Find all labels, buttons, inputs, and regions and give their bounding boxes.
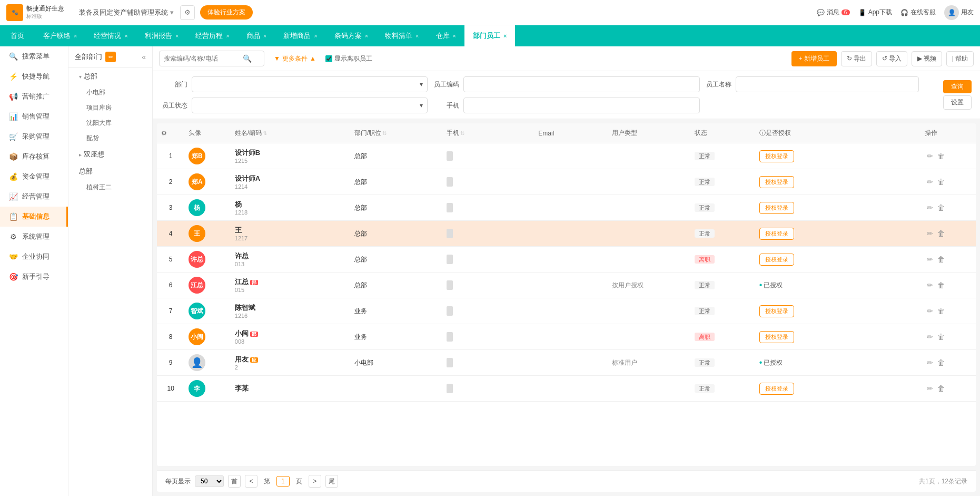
auth-button[interactable]: 授权登录 xyxy=(759,202,794,214)
col-phone[interactable]: 手机 xyxy=(442,123,534,143)
sidebar-item-marketing[interactable]: 📢 营销推广 xyxy=(0,86,68,106)
delete-button[interactable]: 🗑 xyxy=(935,383,947,394)
employee-name-input[interactable] xyxy=(736,76,919,92)
row-auth[interactable]: 授权登录 xyxy=(755,169,866,195)
status-select[interactable]: ▾ xyxy=(192,98,428,113)
app-download-item[interactable]: 📱 App下载 xyxy=(858,8,892,17)
delete-button[interactable]: 🗑 xyxy=(935,151,947,161)
nav-tab-kehu[interactable]: 客户联络 × xyxy=(35,25,85,46)
sidebar-item-inventory[interactable]: 📦 库存核算 xyxy=(0,147,68,167)
edit-button[interactable]: ✏ xyxy=(925,357,935,368)
export-button[interactable]: ↻ 导出 xyxy=(841,51,872,66)
col-dept[interactable]: 部门/职位 xyxy=(350,123,442,143)
dept-node-zongbu[interactable]: ▾ 总部 xyxy=(68,68,152,85)
edit-button[interactable]: ✏ xyxy=(925,228,935,239)
message-item[interactable]: 💬 消息 6 xyxy=(817,8,850,17)
sidebar-item-guide[interactable]: 🎯 新手引导 xyxy=(0,267,68,287)
row-auth[interactable]: 授权登录 xyxy=(755,324,866,350)
delete-button[interactable]: 🗑 xyxy=(935,254,947,265)
sidebar-item-basic[interactable]: 📋 基础信息 xyxy=(0,207,68,227)
close-icon[interactable]: × xyxy=(365,33,368,39)
add-employee-button[interactable]: + 新增员工 xyxy=(791,51,837,66)
filter-more-button[interactable]: ▼ 更多条件 ▲ xyxy=(270,52,320,65)
show-resigned-checkbox[interactable]: 显示离职员工 xyxy=(325,54,372,63)
sidebar-item-finance[interactable]: 💰 资金管理 xyxy=(0,167,68,187)
nav-tab-tiaoma[interactable]: 条码方案 × xyxy=(326,25,377,46)
close-icon[interactable]: × xyxy=(263,33,266,39)
delete-button[interactable]: 🗑 xyxy=(935,306,947,316)
close-icon[interactable]: × xyxy=(124,33,127,39)
nav-tab-xinzengshangpin[interactable]: 新增商品 × xyxy=(275,25,325,46)
dept-leaf-shenyang[interactable]: 沈阳大库 xyxy=(68,115,152,131)
edit-button[interactable]: ✏ xyxy=(925,151,935,161)
row-auth[interactable]: 授权登录 xyxy=(755,376,866,402)
dept-leaf-peihuo[interactable]: 配货 xyxy=(68,131,152,146)
sidebar-item-collab[interactable]: 🤝 企业协同 xyxy=(0,247,68,267)
dept-select[interactable]: ▾ xyxy=(192,76,428,92)
row-auth[interactable]: 授权登录 xyxy=(755,298,866,324)
sidebar-item-search[interactable]: 🔍 搜索菜单 xyxy=(0,46,68,66)
close-icon[interactable]: × xyxy=(74,33,77,39)
settings-icon[interactable]: ⚙ xyxy=(180,5,195,20)
trial-button[interactable]: 体验行业方案 xyxy=(200,5,253,20)
col-name[interactable]: 姓名/编码 xyxy=(231,123,350,143)
last-page-button[interactable]: 尾 xyxy=(325,475,338,488)
col-settings[interactable]: ⚙ xyxy=(157,123,184,143)
delete-button[interactable]: 🗑 xyxy=(935,332,947,342)
sidebar-item-purchase[interactable]: 🛒 采购管理 xyxy=(0,127,68,147)
auth-button[interactable]: 授权登录 xyxy=(759,331,794,343)
row-auth[interactable]: 授权登录 xyxy=(755,221,866,247)
row-auth[interactable]: 授权登录 xyxy=(755,143,866,169)
sidebar-item-operation[interactable]: 📈 经营管理 xyxy=(0,187,68,207)
nav-tab-wuliao[interactable]: 物料清单 × xyxy=(377,25,427,46)
user-item[interactable]: 👤 用友 xyxy=(944,5,974,20)
nav-tab-cangku[interactable]: 仓库 × xyxy=(428,25,464,46)
edit-button[interactable]: ✏ xyxy=(925,280,935,290)
reset-button[interactable]: 设置 xyxy=(943,95,972,110)
page-size-select[interactable]: 50 100 200 xyxy=(195,475,224,487)
close-icon[interactable]: × xyxy=(175,33,179,39)
edit-button[interactable]: ✏ xyxy=(925,332,935,342)
dept-node-zongbu2[interactable]: 总部 xyxy=(68,163,152,180)
delete-button[interactable]: 🗑 xyxy=(935,177,947,187)
employee-code-input[interactable] xyxy=(463,76,699,92)
nav-tab-jingying[interactable]: 经营情况 × xyxy=(85,25,136,46)
prev-page-button[interactable]: < xyxy=(245,475,258,488)
auth-button[interactable]: 授权登录 xyxy=(759,228,794,240)
auth-button[interactable]: 授权登录 xyxy=(759,305,794,317)
dept-leaf-xiangmu[interactable]: 项目库房 xyxy=(68,100,152,115)
sidebar-item-sales[interactable]: 📊 销售管理 xyxy=(0,106,68,127)
row-auth[interactable]: 授权登录 xyxy=(755,247,866,273)
dept-leaf-zhishu[interactable]: 植树王二 xyxy=(68,180,152,195)
sidebar-item-nav[interactable]: ⚡ 快捷导航 xyxy=(0,66,68,86)
edit-button[interactable]: ✏ xyxy=(925,254,935,265)
delete-button[interactable]: 🗑 xyxy=(935,228,947,239)
query-button[interactable]: 查询 xyxy=(943,80,972,93)
view-button[interactable]: ▶ 视频 xyxy=(912,51,942,66)
close-icon[interactable]: × xyxy=(314,33,317,39)
phone-input[interactable] xyxy=(463,98,699,113)
edit-button[interactable]: ✏ xyxy=(925,202,935,213)
import-button[interactable]: ↺ 导入 xyxy=(876,51,907,66)
nav-tab-jingyinglicheng[interactable]: 经营历程 × xyxy=(187,25,237,46)
auth-button[interactable]: 授权登录 xyxy=(759,383,794,395)
help-button[interactable]: | 帮助 xyxy=(946,51,974,66)
delete-button[interactable]: 🗑 xyxy=(935,280,947,290)
next-page-button[interactable]: > xyxy=(309,475,321,488)
dept-edit-icon[interactable]: ✏ xyxy=(105,52,116,62)
close-icon[interactable]: × xyxy=(415,33,419,39)
show-resigned-input[interactable] xyxy=(325,55,332,62)
edit-button[interactable]: ✏ xyxy=(925,383,935,394)
sidebar-item-system[interactable]: ⚙ 系统管理 xyxy=(0,227,68,247)
row-auth[interactable]: 授权登录 xyxy=(755,195,866,221)
close-icon[interactable]: × xyxy=(503,33,507,39)
nav-tab-bumen[interactable]: 部门员工 × xyxy=(464,25,515,46)
edit-button[interactable]: ✏ xyxy=(925,177,935,187)
nav-home[interactable]: 首页 xyxy=(0,25,35,46)
search-box[interactable]: 🔍 xyxy=(159,51,264,66)
online-service-item[interactable]: 🎧 在线客服 xyxy=(900,8,936,17)
dept-leaf-xiaodian[interactable]: 小电部 xyxy=(68,85,152,100)
auth-button[interactable]: 授权登录 xyxy=(759,176,794,188)
delete-button[interactable]: 🗑 xyxy=(935,357,947,368)
auth-button[interactable]: 授权登录 xyxy=(759,254,794,266)
